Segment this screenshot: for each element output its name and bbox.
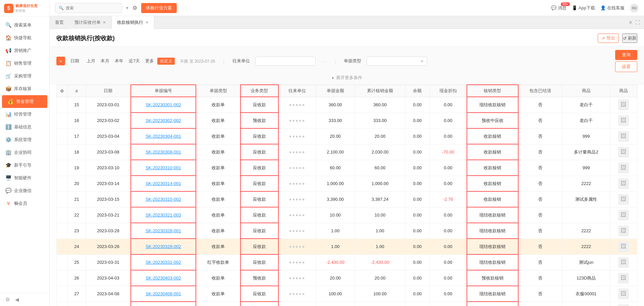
col-gear[interactable]: ⚙ [57,85,68,97]
cell-writeofftype: 收款核销 [467,191,518,207]
col-biztype: 业务类型 [240,85,278,97]
cell-includesettled: 否 [518,207,562,223]
sidebar-item-wechat[interactable]: 💬 企业微信 [0,184,49,197]
app-download-button[interactable]: 📱 App下载 [572,5,595,11]
cell-partner: ●●●●● [278,239,316,254]
cell-docno[interactable]: SK-20230302-002 [131,113,196,128]
user-avatar[interactable]: Rit [630,4,639,12]
tab-expand-icon[interactable]: ⛶ [635,20,640,25]
cell-goodsimg: 🖼 [610,128,637,144]
sidebar-item-basic[interactable]: ℹ️ 基础信息 [0,121,49,133]
basic-icon: ℹ️ [5,124,11,130]
more-date-btn[interactable]: 更多 [143,57,156,65]
sidebar-item-system[interactable]: ⚙️ 系统管理 [0,133,49,146]
goods-thumbnail: 🖼 [618,131,629,142]
search-input[interactable] [66,6,118,10]
logo-text: 畅康道好生意 标推版 [15,3,38,13]
cell-docno[interactable]: SK-20230315-002 [131,191,196,207]
this-year-btn[interactable]: 本年 [113,57,125,65]
cell-docno[interactable]: SK-20230301-002 [131,97,196,113]
cell-cashdiscount: 0.00 [429,302,467,306]
industry-solution-button[interactable]: 体验行业方案 [141,3,177,13]
goods-thumbnail: 🖼 [618,226,629,236]
cell-docno[interactable]: SK-20230321-003 [131,207,196,223]
cell-cashdiscount: 0.00 [429,176,467,191]
cell-includesettled: 否 [518,286,562,302]
settings-icon[interactable]: ⚙ [5,297,10,303]
tab-home[interactable]: 首页 [50,16,69,29]
refresh-button[interactable]: ↺ 刷新 [622,34,637,43]
query-button[interactable]: 查询 [615,50,637,60]
home-icon: 🏠 [5,35,11,41]
doc-type-select[interactable]: ▾ [367,57,427,66]
cell-docno[interactable]: SK-20230308-001 [131,144,196,160]
cell-writeofftype: 收款核销 [467,128,518,144]
cell-doctype: 收款单 [196,302,240,306]
tab-receivable[interactable]: 预计应收付单 ✕ [69,16,112,29]
tab-close-all-icon[interactable]: ✕ [629,20,633,25]
tab-writeoff[interactable]: 收款核销执行 ✕ [112,16,154,29]
cell-docno[interactable]: SK-20230310-001 [131,160,196,176]
this-month-btn[interactable]: 本月 [99,57,111,65]
export-button[interactable]: ↗ 导出 [598,34,619,43]
sidebar-item-guide[interactable]: 🏠 快捷导航 [0,32,49,44]
goods-thumbnail: 🖼 [618,273,629,284]
sidebar-item-marketing[interactable]: 📢 营销推广 [0,44,49,57]
sidebar-item-purchase[interactable]: 🛒 采购管理 [0,70,49,82]
custom-date-btn[interactable]: 自定义 [157,58,175,65]
sidebar-nav: 🔍 搜索菜单 🏠 快捷导航 📢 营销推广 📋 销售管理 🛒 采购管理 📦 库存核… [0,17,49,293]
online-service-button[interactable]: 👤 在线客服 [600,5,625,11]
setting-button[interactable]: 设置 [615,61,637,72]
col-includesettled: 包含已结清 [518,85,562,97]
export-icon: ↗ [601,36,605,41]
sidebar-item-sales[interactable]: 📋 销售管理 [0,57,49,70]
cell-partner: ●●●●● [278,191,316,207]
cell-balance: 0.00 [405,97,429,113]
cell-balance: 0.00 [405,254,429,270]
cell-docno[interactable]: SK-20230403-002 [131,270,196,286]
sidebar-item-hardware[interactable]: 🖥️ 智能硬件 [0,172,49,184]
cell-docno[interactable]: SK-20230328-002 [131,239,196,254]
app-icon: 📱 [572,5,577,10]
sidebar-item-finance[interactable]: 💰 资金管理 [2,95,47,108]
cell-docno[interactable]: SK-20230328-001 [131,223,196,239]
tab-close-writeoff[interactable]: ✕ [145,20,149,25]
dropdown-arrow-icon[interactable]: ▾ [126,5,128,10]
cell-docno[interactable]: SK-20230408-001 [131,286,196,302]
filter-toggle-button[interactable]: » [56,57,65,65]
sidebar-item-operation[interactable]: 📊 经营管理 [0,108,49,121]
cell-cashdiscount: 0.00 [429,160,467,176]
cell-balance: 0.00 [405,191,429,207]
sidebar-item-newbie[interactable]: 🎓 新手引导 [0,159,49,172]
sidebar-item-search[interactable]: 🔍 搜索菜单 [0,19,49,32]
collapse-icon[interactable]: ◀ [15,297,19,303]
cell-docno[interactable]: SK-20230314-001 [131,176,196,191]
sidebar-bottom: ⚙ ◀ [0,293,49,306]
cell-amount: 1.00 [316,223,355,239]
last-month-btn[interactable]: 上月 [85,57,97,65]
cell-goodsimg: 🖼 [610,286,637,302]
cell-writeofftype: 收款核销 [467,144,518,160]
topbar-gear-icon[interactable]: ⚙ [132,5,137,11]
system-icon: ⚙️ [5,137,11,143]
sidebar-item-member[interactable]: V 畅会员 [0,197,49,210]
cell-partner: ●●●●● [278,113,316,128]
last-7days-btn[interactable]: 近7天 [127,57,142,65]
goods-thumbnail: 🖼 [618,241,629,252]
message-button[interactable]: 💬 消息 99+ [551,5,567,11]
sidebar: 6 畅康道好生意 标推版 🔍 搜索菜单 🏠 快捷导航 📢 营销推广 📋 销售管理… [0,0,50,306]
cell-docno[interactable]: SK-20230331-002 [131,254,196,270]
doc-type-label: 单据类型 [344,58,361,64]
sidebar-item-inventory[interactable]: 📦 库存核算 [0,82,49,95]
cell-docno[interactable]: SK-20230418-001 [131,302,196,306]
tab-close-receivable[interactable]: ✕ [103,20,106,25]
cell-writeoffamt: 2,030.00 [355,144,405,160]
expand-more-button[interactable]: ▾ 展开更多条件 [56,75,637,81]
cell-docno[interactable]: SK-20230304-001 [131,128,196,144]
cell-writeofftype: 预收款核销 [467,270,518,286]
cell-cashdiscount: -70.00 [429,144,467,160]
partner-input[interactable] [255,57,316,66]
refresh-icon: ↺ [623,36,627,41]
sidebar-item-enterprise[interactable]: 🏢 企业协同 [0,146,49,159]
cell-biztype: 应收款 [240,97,278,113]
